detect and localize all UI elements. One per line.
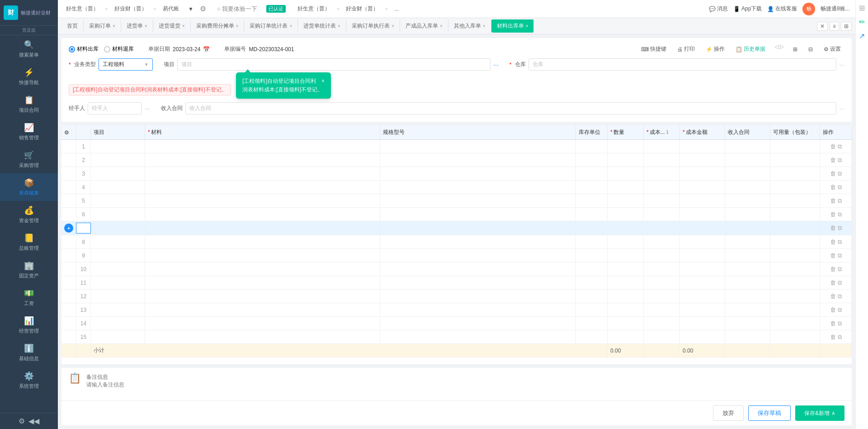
calendar-icon[interactable]: 📅 — [203, 46, 210, 52]
row-unit-cell[interactable] — [576, 262, 608, 276]
th-settings[interactable]: ⚙ — [61, 125, 76, 140]
row-qty-cell[interactable] — [608, 235, 644, 249]
row-contract-cell[interactable] — [725, 290, 770, 303]
row-project-cell[interactable] — [91, 140, 145, 153]
row-unit-cell[interactable] — [576, 276, 608, 290]
delete-icon[interactable]: 🗑 — [830, 279, 836, 286]
row-qty-cell[interactable] — [608, 208, 644, 221]
row-material-cell[interactable] — [145, 249, 380, 262]
tab-purchase-exec-close[interactable]: × — [392, 24, 394, 29]
row-usable-cell[interactable] — [770, 235, 820, 249]
topbar-easy-agent[interactable]: 易代账 — [160, 3, 182, 14]
row-usable-cell[interactable] — [770, 153, 820, 167]
row-unit-cell-active[interactable] — [576, 221, 608, 235]
tab-inbound[interactable]: 进货单 × — [121, 19, 153, 33]
row-cost-cell[interactable] — [644, 290, 680, 303]
row-usable-cell-active[interactable] — [770, 221, 820, 235]
tab-other-in[interactable]: 其他入库单 × — [448, 19, 491, 33]
copy-icon[interactable]: ⧉ — [838, 238, 842, 246]
row-material-cell[interactable] — [145, 330, 380, 344]
tab-purchase-stat-close[interactable]: × — [289, 24, 292, 29]
row-project-cell[interactable] — [91, 249, 145, 262]
copy-icon[interactable]: ⧉ — [838, 197, 842, 205]
copy-icon[interactable]: ⧉ — [838, 184, 842, 191]
topbar-app-download[interactable]: 📱 App下载 — [733, 5, 762, 13]
discard-btn[interactable]: 放弃 — [713, 405, 744, 421]
delete-icon[interactable]: 🗑 — [830, 170, 836, 177]
copy-icon[interactable]: ⧉ — [838, 320, 842, 327]
row-usable-cell[interactable] — [770, 276, 820, 290]
row-costamt-cell[interactable] — [680, 330, 725, 344]
delete-icon[interactable]: 🗑 — [830, 266, 836, 273]
business-type-select[interactable]: 工程领料 ▼ — [99, 58, 153, 71]
tab-inbound-stat-close[interactable]: × — [338, 24, 340, 29]
user-avatar[interactable]: 畅 — [802, 3, 815, 15]
tab-purchase-order[interactable]: 采购订单 × — [84, 19, 121, 33]
delete-icon[interactable]: 🗑 — [830, 320, 836, 327]
row-costamt-cell[interactable] — [680, 140, 725, 153]
layout-list-btn[interactable]: ⊟ — [805, 43, 816, 55]
copy-icon[interactable]: ⧉ — [838, 143, 842, 150]
row-project-cell[interactable] — [91, 317, 145, 330]
row-unit-cell[interactable] — [576, 317, 608, 330]
tab-material-out[interactable]: 材料出库单 × — [491, 19, 534, 33]
sidebar-item-payroll[interactable]: 💵 工资 — [0, 284, 58, 311]
sidebar-item-search-menu[interactable]: 🔍 搜索菜单 — [0, 35, 58, 63]
row-unit-cell[interactable] — [576, 140, 608, 153]
save-draft-btn[interactable]: 保存草稿 — [748, 405, 791, 421]
tab-purchase-expense[interactable]: 采购费用分摊单 × — [191, 19, 245, 33]
row-contract-cell[interactable] — [725, 140, 770, 153]
row-costamt-cell[interactable] — [680, 194, 725, 208]
row-active-input1[interactable] — [76, 221, 91, 235]
row-cost-cell[interactable] — [644, 153, 680, 167]
tab-inbound-stat[interactable]: 进货单统计表 × — [298, 19, 346, 33]
row-costamt-cell[interactable] — [680, 153, 725, 167]
row-project-cell[interactable] — [91, 303, 145, 317]
topbar-username[interactable]: 畅捷通8账... — [821, 5, 850, 13]
topbar-message[interactable]: 💬 消息 — [709, 5, 728, 13]
row-spec-cell[interactable] — [380, 153, 576, 167]
row-contract-cell[interactable] — [725, 153, 770, 167]
delete-icon[interactable]: 🗑 — [830, 238, 836, 246]
sidebar-item-sales[interactable]: 📈 销售管理 — [0, 118, 58, 146]
row-qty-cell[interactable] — [608, 262, 644, 276]
warehouse-dots-btn[interactable]: ··· — [839, 61, 844, 68]
row-spec-cell[interactable] — [380, 208, 576, 221]
copy-icon[interactable]: ⧉ — [838, 252, 842, 259]
row-costamt-cell[interactable] — [680, 208, 725, 221]
row-project-cell[interactable] — [91, 235, 145, 249]
table-scroll[interactable]: ⚙ 项目 *材料 规格型号 库存单位 *数量 *成本... ℹ *成本金额 — [61, 125, 852, 364]
row-contract-cell-active[interactable] — [725, 221, 770, 235]
delete-icon[interactable]: 🗑 — [830, 157, 836, 164]
close-all-btn[interactable]: ✕ — [817, 22, 828, 31]
row-usable-cell[interactable] — [770, 167, 820, 181]
copy-icon[interactable]: ⧉ — [838, 293, 842, 300]
row-project-cell[interactable] — [91, 262, 145, 276]
row-contract-cell[interactable] — [725, 167, 770, 181]
row-material-cell[interactable] — [145, 208, 380, 221]
row-unit-cell[interactable] — [576, 208, 608, 221]
tab-inbound-return[interactable]: 进货退货 × — [153, 19, 191, 33]
tab-purchase-stat[interactable]: 采购订单统计表 × — [244, 19, 298, 33]
topbar-good-wealth2[interactable]: 好业财（普） — [343, 3, 381, 14]
topbar-online-service[interactable]: 👤 在线客服 — [767, 5, 797, 13]
history-btn[interactable]: 📋 历史单据 — [732, 43, 769, 55]
topbar-settings-icon[interactable]: ⚙ — [200, 5, 206, 13]
tooltip-close-btn[interactable]: × — [321, 77, 325, 86]
cost-info-icon[interactable]: ℹ — [666, 129, 669, 135]
sidebar-item-quick-nav[interactable]: ⚡ 快捷导航 — [0, 63, 58, 91]
row-active-input2[interactable] — [91, 221, 145, 235]
delete-icon[interactable]: 🗑 — [830, 211, 836, 218]
row-cost-cell[interactable] — [644, 140, 680, 153]
row-contract-cell[interactable] — [725, 303, 770, 317]
right-panel-icon1[interactable]: ⊞ — [859, 4, 865, 12]
row-usable-cell[interactable] — [770, 317, 820, 330]
sidebar-item-ops[interactable]: 📊 经营管理 — [0, 311, 58, 339]
layout-grid-btn[interactable]: ⊞ — [789, 43, 801, 55]
shortcut-btn[interactable]: ⌨ 快捷键 — [637, 43, 670, 55]
income-contract-dots-btn[interactable]: ··· — [839, 105, 844, 112]
row-costamt-cell[interactable] — [680, 181, 725, 194]
row-material-cell[interactable] — [145, 181, 380, 194]
row-cost-cell[interactable] — [644, 262, 680, 276]
row-costamt-cell[interactable] — [680, 235, 725, 249]
